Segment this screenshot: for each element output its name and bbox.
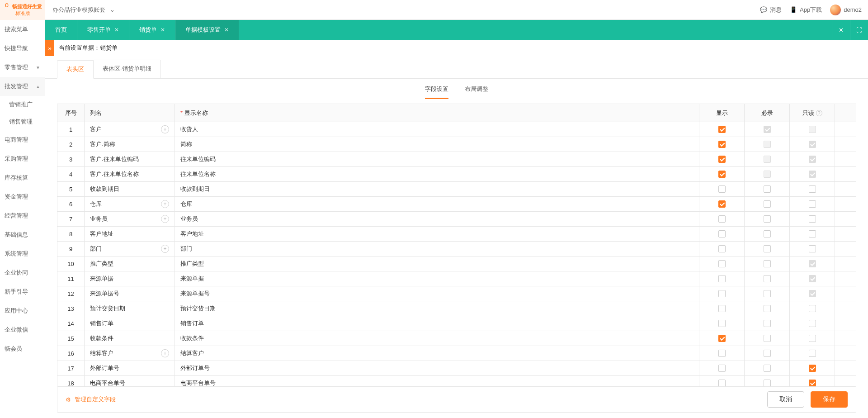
cell-display[interactable]: 来源单据号 [175,286,699,301]
cell-display[interactable]: 收款条件 [175,331,699,346]
page-tab[interactable]: 单据模板设置✕ [175,20,239,40]
fullscreen-button[interactable]: ⛶ [850,20,868,40]
save-button[interactable]: 保存 [811,391,848,408]
close-icon[interactable]: ✕ [114,27,119,33]
checkbox[interactable] [809,215,816,223]
table-row[interactable]: 16结算客户+结算客户 [57,346,856,361]
table-row[interactable]: 15收款条件收款条件 [57,331,856,346]
table-row[interactable]: 18电商平台单号电商平台单号 [57,376,856,386]
checkbox[interactable] [809,230,816,238]
checkbox[interactable] [718,275,726,282]
cell-display[interactable]: 业务员 [175,212,699,226]
cell-display[interactable]: 预计交货日期 [175,301,699,316]
cancel-button[interactable]: 取消 [767,391,804,408]
close-all-tabs-button[interactable]: ✕ [832,20,850,40]
sidebar-item[interactable]: 电商管理 [0,130,45,149]
checkbox[interactable] [718,171,726,178]
table-row[interactable]: 6仓库+仓库 [57,197,856,212]
checkbox[interactable] [718,156,726,163]
plus-icon[interactable]: + [161,125,169,133]
checkbox[interactable] [718,305,726,312]
user-menu[interactable]: demo2 [830,5,862,15]
plus-icon[interactable]: + [161,349,169,357]
cell-display[interactable]: 往来单位名称 [175,167,699,181]
checkbox[interactable] [764,245,771,252]
close-icon[interactable]: ✕ [160,27,165,33]
checkbox[interactable] [764,335,771,342]
checkbox[interactable] [718,260,726,267]
cell-display[interactable]: 推广类型 [175,256,699,271]
sidebar-item[interactable]: 资金管理 [0,187,45,206]
checkbox[interactable] [718,215,726,223]
datasource-dropdown[interactable]: 办公品行业模拟账套 ⌄ [52,6,115,14]
sidebar-subitem[interactable]: 销售管理 [0,113,45,130]
checkbox[interactable] [809,185,816,193]
table-row[interactable]: 9部门+部门 [57,242,856,256]
page-tab[interactable]: 销货单✕ [129,20,175,40]
cell-display[interactable]: 销售订单 [175,316,699,331]
checkbox[interactable] [718,230,726,238]
checkbox[interactable] [809,365,816,372]
messages-button[interactable]: 💬 消息 [760,6,782,14]
sidebar-subitem[interactable]: 营销推广 [0,96,45,113]
checkbox[interactable] [718,290,726,297]
table-row[interactable]: 17外部订单号外部订单号 [57,361,856,376]
cell-display[interactable]: 电商平台单号 [175,376,699,386]
checkbox[interactable] [718,320,726,327]
sub-tab[interactable]: 布局调整 [465,85,488,99]
checkbox[interactable] [764,350,771,357]
cell-display[interactable]: 部门 [175,242,699,256]
sidebar-item[interactable]: 库存核算 [0,168,45,187]
sub-tab[interactable]: 字段设置 [425,85,448,99]
table-row[interactable]: 10推广类型推广类型 [57,256,856,271]
sidebar-item[interactable]: 基础信息 [0,225,45,244]
checkbox[interactable] [809,380,816,386]
cell-display[interactable]: 外部订单号 [175,361,699,375]
cell-display[interactable]: 来源单据 [175,271,699,286]
checkbox[interactable] [718,380,726,386]
checkbox[interactable] [764,185,771,193]
cell-display[interactable]: 往来单位编码 [175,152,699,166]
checkbox[interactable] [718,365,726,372]
sidebar-item[interactable]: 企业协同 [0,263,45,282]
sidebar-item[interactable]: 新手引导 [0,282,45,301]
cell-display[interactable]: 结算客户 [175,346,699,361]
sidebar-item[interactable]: 零售管理▼ [0,58,45,77]
checkbox[interactable] [809,320,816,327]
checkbox[interactable] [809,200,816,208]
checkbox[interactable] [809,245,816,252]
table-row[interactable]: 1客户+收货人 [57,122,856,137]
checkbox[interactable] [718,200,726,208]
table-row[interactable]: 7业务员+业务员 [57,212,856,227]
sidebar-item[interactable]: 企业微信 [0,320,45,339]
checkbox[interactable] [764,200,771,208]
cell-display[interactable]: 收货人 [175,122,699,137]
sidebar-item[interactable]: 系统管理 [0,244,45,263]
checkbox[interactable] [718,126,726,133]
sidebar-item[interactable]: 应用中心 [0,301,45,320]
sidebar-item[interactable]: 采购管理 [0,149,45,168]
sidebar-item[interactable]: 快捷导航 [0,39,45,58]
section-tab[interactable]: 表体区-销货单明细 [93,60,161,78]
cell-display[interactable]: 仓库 [175,197,699,211]
table-row[interactable]: 13预计交货日期预计交货日期 [57,301,856,316]
sidebar-item[interactable]: 搜索菜单 [0,20,45,39]
section-tab[interactable]: 表头区 [57,60,94,79]
checkbox[interactable] [764,365,771,372]
cell-display[interactable]: 客户地址 [175,227,699,241]
checkbox[interactable] [764,290,771,297]
checkbox[interactable] [809,350,816,357]
manage-custom-fields-link[interactable]: ⚙ 管理自定义字段 [66,395,116,404]
sidebar-item[interactable]: 批发管理▲ [0,77,45,96]
app-download-button[interactable]: 📱 App下载 [790,6,822,14]
logo[interactable]: 畅捷通好生意 标准版 [0,0,45,20]
checkbox[interactable] [764,275,771,282]
table-body[interactable]: 1客户+收货人2客户.简称简称3客户.往来单位编码往来单位编码4客户.往来单位名… [57,122,856,386]
page-tab[interactable]: 零售开单✕ [77,20,129,40]
table-row[interactable]: 11来源单据来源单据 [57,271,856,286]
checkbox[interactable] [718,335,726,342]
checkbox[interactable] [718,185,726,193]
plus-icon[interactable]: + [161,215,169,223]
table-row[interactable]: 3客户.往来单位编码往来单位编码 [57,152,856,167]
checkbox[interactable] [764,215,771,223]
